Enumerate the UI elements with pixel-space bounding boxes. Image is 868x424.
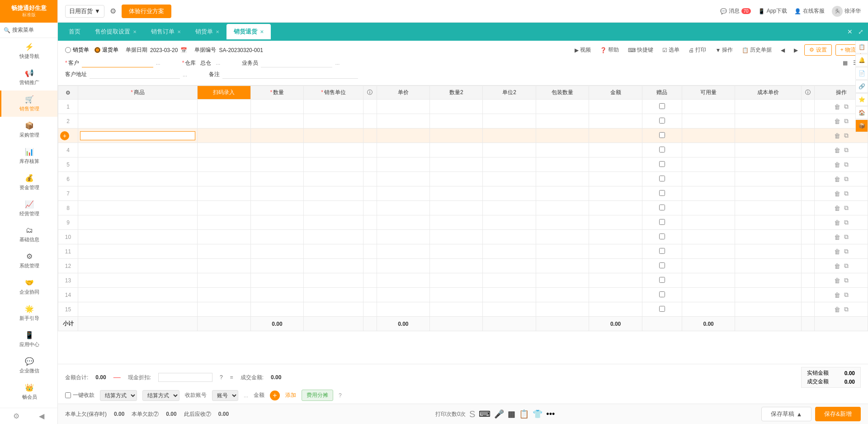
amount-cell[interactable] bbox=[589, 288, 642, 302]
product-cell[interactable] bbox=[78, 230, 198, 244]
amount-cell[interactable] bbox=[589, 215, 642, 230]
pack-qty-cell[interactable] bbox=[536, 186, 589, 201]
help-btn[interactable]: ❓ 帮助 bbox=[597, 44, 622, 56]
unit2-cell[interactable] bbox=[483, 259, 536, 273]
quantity-cell[interactable] bbox=[250, 288, 303, 302]
side-action-5[interactable]: ⭐ bbox=[855, 93, 868, 106]
shirt-icon[interactable]: 👕 bbox=[533, 409, 542, 419]
gift-cell[interactable] bbox=[642, 157, 682, 172]
sidebar-item-basic[interactable]: 🗂 基础信息 bbox=[0, 222, 57, 248]
quantity2-cell[interactable] bbox=[430, 288, 483, 302]
staff-input[interactable] bbox=[261, 59, 332, 67]
quantity2-cell[interactable] bbox=[430, 259, 483, 273]
price-cell[interactable] bbox=[377, 129, 429, 143]
gift-checkbox[interactable] bbox=[659, 233, 665, 239]
unit-cell[interactable] bbox=[304, 143, 363, 157]
quantity-cell[interactable] bbox=[250, 143, 303, 157]
qr-icon[interactable]: ▦ bbox=[508, 409, 515, 419]
split-help-icon[interactable]: ? bbox=[339, 392, 342, 399]
copy-row-icon[interactable]: ⧉ bbox=[844, 117, 849, 125]
price-cell[interactable] bbox=[377, 201, 429, 215]
unit-info-cell[interactable] bbox=[363, 302, 377, 317]
unit2-cell[interactable] bbox=[483, 143, 536, 157]
product-cell[interactable] bbox=[78, 215, 198, 230]
quantity-cell[interactable] bbox=[250, 172, 303, 186]
delete-row-icon[interactable]: 🗑 bbox=[834, 147, 840, 154]
gift-checkbox[interactable] bbox=[659, 277, 665, 283]
video-btn[interactable]: ▶ 视频 bbox=[572, 44, 594, 56]
amount-cell[interactable] bbox=[589, 230, 642, 244]
more-footer-icon[interactable]: ••• bbox=[546, 410, 555, 419]
mic-icon[interactable]: 🎤 bbox=[494, 409, 504, 419]
add-row-btn[interactable]: + bbox=[60, 131, 69, 140]
quantity2-cell[interactable] bbox=[430, 100, 483, 114]
remark-input[interactable] bbox=[222, 70, 358, 79]
price-cell[interactable] bbox=[377, 172, 429, 186]
unit-info-cell[interactable] bbox=[363, 186, 377, 201]
unit-cell[interactable] bbox=[304, 215, 363, 230]
scan-cell[interactable] bbox=[198, 129, 250, 143]
gift-cell[interactable] bbox=[642, 114, 682, 129]
copy-row-icon[interactable]: ⧉ bbox=[844, 103, 849, 110]
amount-cell[interactable] bbox=[589, 157, 642, 172]
quantity2-cell[interactable] bbox=[430, 157, 483, 172]
pack-qty-cell[interactable] bbox=[536, 172, 589, 186]
warehouse-dots[interactable]: ... bbox=[216, 60, 220, 66]
product-input[interactable] bbox=[80, 131, 195, 140]
quantity-cell[interactable] bbox=[250, 244, 303, 259]
unit2-cell[interactable] bbox=[483, 129, 536, 143]
pack-qty-cell[interactable] bbox=[536, 244, 589, 259]
settings-btn[interactable]: ⚙ 设置 bbox=[804, 44, 831, 56]
unit-cell[interactable] bbox=[304, 129, 363, 143]
tab-sales-return[interactable]: 销货退货 ✕ bbox=[226, 24, 271, 39]
tab-price-close[interactable]: ✕ bbox=[133, 29, 137, 34]
pack-qty-cell[interactable] bbox=[536, 215, 589, 230]
delete-row-icon[interactable]: 🗑 bbox=[834, 306, 840, 313]
gift-cell[interactable] bbox=[642, 259, 682, 273]
pack-qty-cell[interactable] bbox=[536, 129, 589, 143]
sidebar-item-member[interactable]: 👑 畅会员 bbox=[0, 379, 57, 405]
gift-checkbox[interactable] bbox=[659, 190, 665, 196]
address-input[interactable] bbox=[90, 70, 180, 79]
delete-row-icon[interactable]: 🗑 bbox=[834, 132, 840, 139]
user-menu[interactable]: 头 徐泽华 bbox=[832, 6, 861, 17]
account-dots[interactable]: ... bbox=[244, 392, 248, 399]
shortcut-btn[interactable]: ⌨ 快捷键 bbox=[625, 44, 656, 56]
price-cell[interactable] bbox=[377, 143, 429, 157]
table-icon[interactable]: 📋 bbox=[519, 409, 529, 419]
gift-cell[interactable] bbox=[642, 143, 682, 157]
unit-cell[interactable] bbox=[304, 288, 363, 302]
unit2-cell[interactable] bbox=[483, 114, 536, 129]
delete-row-icon[interactable]: 🗑 bbox=[834, 277, 840, 284]
scan-cell[interactable] bbox=[198, 230, 250, 244]
product-cell[interactable] bbox=[78, 100, 198, 114]
keyboard-footer-icon[interactable]: ⌨ bbox=[479, 409, 491, 419]
settlement-select[interactable]: 结算方式 bbox=[100, 390, 137, 401]
product-cell[interactable] bbox=[78, 288, 198, 302]
unit-info-cell[interactable] bbox=[363, 230, 377, 244]
delete-row-icon[interactable]: 🗑 bbox=[834, 176, 840, 183]
one-click-collect-checkbox[interactable] bbox=[65, 392, 71, 398]
gift-checkbox[interactable] bbox=[659, 161, 665, 167]
amount-cell[interactable] bbox=[589, 273, 642, 288]
quantity-cell[interactable] bbox=[250, 157, 303, 172]
gift-cell[interactable] bbox=[642, 201, 682, 215]
copy-row-icon[interactable]: ⧉ bbox=[844, 305, 849, 313]
tab-sales-order[interactable]: 销售订单 ✕ bbox=[144, 24, 188, 39]
operation-btn[interactable]: ▼ 操作 bbox=[712, 44, 736, 56]
unit2-cell[interactable] bbox=[483, 201, 536, 215]
amount-cell[interactable] bbox=[589, 302, 642, 317]
price-cell[interactable] bbox=[377, 288, 429, 302]
quantity2-cell[interactable] bbox=[430, 186, 483, 201]
tab-home[interactable]: 首页 bbox=[61, 24, 88, 39]
quantity2-cell[interactable] bbox=[430, 172, 483, 186]
gift-checkbox[interactable] bbox=[659, 176, 665, 181]
pack-qty-cell[interactable] bbox=[536, 100, 589, 114]
unit-info-cell[interactable] bbox=[363, 259, 377, 273]
sidebar-item-marketing[interactable]: 📢 营销推广 bbox=[0, 64, 57, 91]
pack-qty-cell[interactable] bbox=[536, 114, 589, 129]
help-icon[interactable]: ? bbox=[220, 374, 223, 381]
quantity-cell[interactable] bbox=[250, 201, 303, 215]
quantity-cell[interactable] bbox=[250, 215, 303, 230]
delete-row-icon[interactable]: 🗑 bbox=[834, 248, 840, 255]
